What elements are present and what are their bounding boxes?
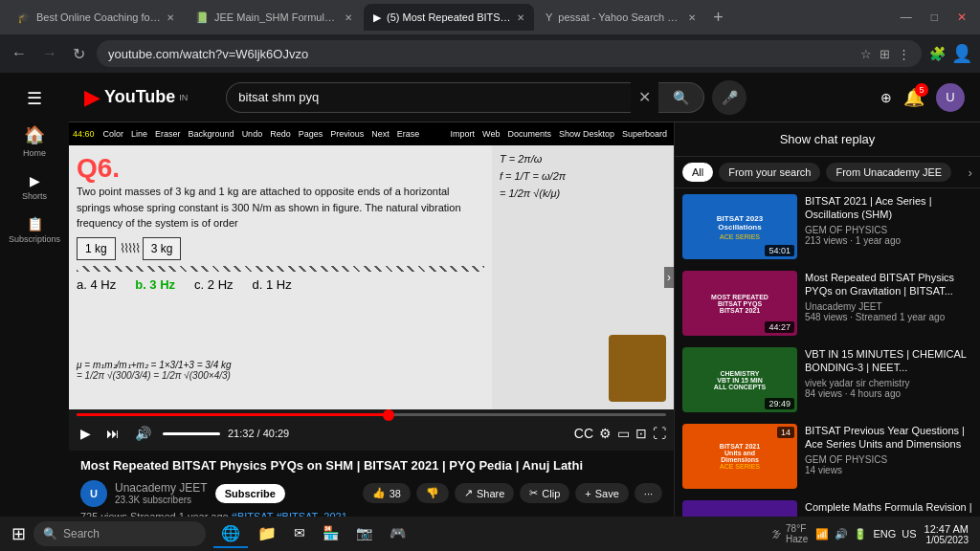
volume-icon[interactable]: 🔊 — [835, 528, 848, 540]
avatar[interactable]: U — [936, 83, 965, 112]
new-tab-button[interactable]: + — [707, 8, 729, 28]
play-button[interactable]: ▶ — [77, 426, 95, 441]
taskbar-mail-app[interactable]: ✉ — [286, 521, 313, 546]
taskbar-explorer-app[interactable]: 📁 — [250, 520, 284, 548]
maximize-button[interactable]: □ — [925, 11, 944, 24]
web-button[interactable]: Web — [479, 128, 502, 140]
minimize-button[interactable]: — — [895, 11, 918, 24]
network-icon[interactable]: 📶 — [815, 528, 829, 540]
show-desktop-button[interactable]: Show Desktop — [556, 128, 617, 140]
tab-favicon-bitsat: ▶ — [373, 11, 381, 24]
taskbar-search-text: Search — [63, 527, 100, 540]
search-input[interactable] — [226, 82, 631, 113]
taskbar-browser-app[interactable]: 🌐 — [213, 520, 248, 548]
pages-tool-button[interactable]: Pages — [296, 128, 326, 140]
sidebar-item-home[interactable]: 🏠 Home — [0, 117, 69, 165]
color-tool-button[interactable]: Color — [100, 128, 127, 140]
rec-meta-2: 84 views · 4 hours ago — [805, 388, 972, 399]
filter-tab-all[interactable]: All — [682, 163, 713, 182]
progress-bar-area[interactable] — [69, 409, 674, 416]
taskbar-search-bar[interactable]: 🔍 Search — [33, 521, 206, 546]
profile-icon[interactable]: 👤 — [951, 43, 972, 64]
channel-name[interactable]: Unacademy JEET — [115, 481, 208, 495]
next-track-button[interactable]: ⏭ — [102, 426, 123, 441]
rec-channel-2: vivek yadar sir chemistry — [805, 378, 972, 388]
close-icon[interactable]: ✕ — [345, 12, 352, 23]
rec-item-2[interactable]: CHEMISTRYVBT IN 15 MINALL CONCEPTS 29:49… — [675, 342, 980, 418]
yt-logo[interactable]: ▶ YouTube IN — [84, 85, 188, 110]
progress-fill — [77, 413, 389, 416]
settings-icon[interactable]: ⚙ — [599, 426, 612, 441]
main-content: ▶ YouTube IN ✕ 🔍 🎤 ⊕ 🔔 5 U — [69, 73, 980, 551]
rec-channel-0: GEM OF PHYSICS — [805, 225, 972, 235]
rec-duration-0: 54:01 — [765, 245, 794, 256]
tab-label-bitsat: (5) Most Repeated BITSAT P... — [387, 11, 511, 23]
import-button[interactable]: Import — [448, 128, 479, 140]
progress-container[interactable] — [77, 413, 666, 416]
volume-slider[interactable] — [163, 432, 220, 435]
notification-button[interactable]: 🔔 5 — [903, 87, 924, 108]
rec-item-1[interactable]: MOST REPEATEDBITSAT PYQSBITSAT 2021 44:2… — [675, 265, 980, 342]
extensions-icon[interactable]: 🧩 — [929, 46, 946, 61]
close-icon[interactable]: ✕ — [517, 12, 524, 23]
miniplayer-icon[interactable]: ⊡ — [635, 426, 647, 441]
tab-shm[interactable]: 📗 JEE Main_SHM Formulae Revisio... ✕ — [186, 4, 362, 31]
mic-button[interactable]: 🎤 — [712, 80, 746, 115]
fullscreen-icon[interactable]: ⛶ — [653, 426, 666, 441]
dislike-button[interactable]: 👎 — [416, 483, 449, 503]
sidebar-item-menu[interactable]: ☰ — [0, 80, 69, 117]
cast-button[interactable]: ⊕ — [880, 90, 892, 105]
grid-icon[interactable]: ⊞ — [880, 47, 890, 61]
filter-tab-unacademy[interactable]: From Unacademy JEE — [826, 163, 951, 182]
rec-item-3[interactable]: BITSAT 2021Units andDimensions ACE SERIE… — [675, 418, 980, 495]
back-button[interactable]: ← — [8, 45, 31, 62]
clip-button[interactable]: ✂ Clip — [520, 483, 569, 503]
theater-icon[interactable]: ▭ — [617, 426, 630, 441]
subscribe-button[interactable]: Subscribe — [215, 484, 285, 503]
share-button[interactable]: ↗ Share — [455, 483, 514, 503]
erase-tool-button[interactable]: Erase — [394, 128, 423, 140]
reload-button[interactable]: ↻ — [69, 45, 89, 63]
sidebar-label-subscriptions: Subscriptions — [9, 234, 60, 244]
superboard-button[interactable]: Superboard — [619, 128, 670, 140]
close-icon[interactable]: ✕ — [167, 12, 174, 23]
previous-tool-button[interactable]: Previous — [327, 128, 367, 140]
more-button[interactable]: ··· — [635, 483, 662, 503]
subtitles-icon[interactable]: CC — [574, 426, 593, 441]
search-clear-button[interactable]: ✕ — [631, 88, 658, 106]
start-button[interactable]: ⊞ — [4, 523, 33, 544]
filter-arrow-button[interactable]: › — [969, 165, 972, 180]
background-tool-button[interactable]: Background — [186, 128, 237, 140]
tab-yahoo[interactable]: Y pessat - Yahoo Search Results ✕ — [536, 4, 705, 31]
eraser-tool-button[interactable]: Eraser — [152, 128, 184, 140]
redo-tool-button[interactable]: Redo — [267, 128, 294, 140]
taskbar-store-app[interactable]: 🏪 — [315, 521, 346, 546]
chat-replay-button[interactable]: Show chat replay — [675, 122, 980, 157]
volume-button[interactable]: 🔊 — [131, 426, 155, 441]
close-icon[interactable]: ✕ — [688, 12, 696, 23]
tab-neet[interactable]: 🎓 Best Online Coaching for NEET... ✕ — [8, 4, 184, 31]
rec-item-0[interactable]: BITSAT 2023Oscillations ACE SERIES 54:01… — [675, 188, 980, 265]
save-button[interactable]: + Save — [575, 483, 629, 503]
close-button[interactable]: ✕ — [951, 11, 972, 24]
taskbar-photo-app[interactable]: 📷 — [348, 521, 380, 546]
menu-icon: ☰ — [27, 88, 42, 109]
search-button[interactable]: 🔍 — [658, 82, 704, 113]
undo-tool-button[interactable]: Undo — [239, 128, 266, 140]
like-button[interactable]: 👍 38 — [363, 483, 411, 503]
sidebar-item-shorts[interactable]: ▶ Shorts — [0, 165, 69, 209]
sidebar-item-subscriptions[interactable]: 📋 Subscriptions — [0, 209, 69, 252]
line-tool-button[interactable]: Line — [128, 128, 150, 140]
taskbar-extra-app[interactable]: 🎮 — [382, 521, 413, 546]
expand-arrow[interactable]: › — [664, 267, 674, 288]
filter-tab-search[interactable]: From your search — [719, 163, 820, 182]
time-block[interactable]: 12:47 AM 1/05/2023 — [924, 523, 969, 545]
address-bar[interactable]: youtube.com/watch?v=W6ljk6OJvzo ☆ ⊞ ⋮ — [97, 40, 922, 67]
next-tool-button[interactable]: Next — [368, 128, 392, 140]
forward-button[interactable]: → — [38, 45, 61, 62]
tab-bitsat[interactable]: ▶ (5) Most Repeated BITSAT P... ✕ — [364, 4, 534, 31]
menu-icon[interactable]: ⋮ — [898, 47, 910, 61]
bookmark-icon[interactable]: ☆ — [860, 47, 872, 61]
documents-button[interactable]: Documents — [504, 128, 554, 140]
battery-icon[interactable]: 🔋 — [854, 528, 867, 540]
